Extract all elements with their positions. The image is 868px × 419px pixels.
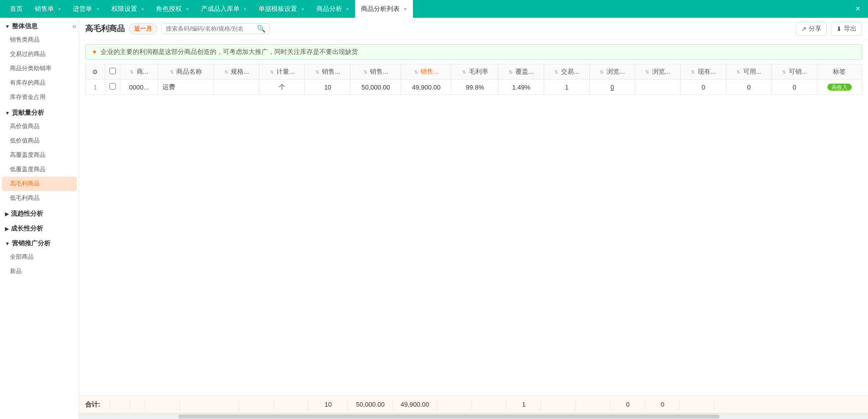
sidebar-group-overall[interactable]: ▼ 整体信息 (0, 18, 79, 33)
sidebar-item-new-goods[interactable]: 新品 (0, 264, 79, 279)
date-filter-button[interactable]: 近一月 (129, 23, 157, 35)
sidebar-collapse-button[interactable]: « (72, 22, 77, 31)
th-settings[interactable]: ⚙ (86, 64, 105, 80)
scrollbar-thumb[interactable] (178, 415, 719, 419)
footer-empty-browse1 (541, 399, 575, 410)
share-button[interactable]: ↗ 分享 (796, 22, 827, 36)
main-layout: « ▼ 整体信息 销售类商品 交易过的商品 商品分类助销率 有库存的商品 库存资… (0, 18, 868, 419)
sort-icon-trade: ⇅ (554, 69, 558, 75)
sidebar-item-high-value[interactable]: 高价值商品 (0, 119, 79, 134)
nav-tab-purchase[interactable]: 进货单 × (67, 0, 105, 18)
footer-current: 0 (610, 399, 645, 410)
settings-icon: ⚙ (92, 68, 98, 76)
top-nav: 首页 销售单 × 进货单 × 权限设置 × 角色授权 × 产成品入库单 × 单据… (0, 0, 868, 18)
th-current[interactable]: ⇅ 现有... (681, 64, 726, 80)
th-sales-qty[interactable]: ⇅ 销售... (305, 64, 351, 80)
sort-icon-saleable: ⇅ (782, 69, 786, 75)
cell-name: 运费 (158, 80, 214, 95)
footer-empty-spec (239, 399, 273, 410)
sidebar-item-sales-goods[interactable]: 销售类商品 (0, 33, 79, 47)
sidebar-item-low-value[interactable]: 低价值商品 (0, 134, 79, 148)
sidebar-group-marketing[interactable]: ▼ 营销推广分析 (0, 235, 79, 250)
th-spec[interactable]: ⇅ 规格... (214, 64, 259, 80)
sidebar-item-high-coverage[interactable]: 高覆盖度商品 (0, 148, 79, 162)
close-permission-tab[interactable]: × (141, 6, 144, 12)
close-purchase-tab[interactable]: × (96, 6, 99, 12)
footer-sales-qty: 10 (308, 399, 348, 410)
th-code[interactable]: ⇅ 商... (120, 64, 158, 80)
sidebar-group-growth[interactable]: ▶ 成长性分析 (0, 220, 79, 235)
cell-current: 0 (681, 80, 726, 95)
sidebar-item-low-margin[interactable]: 低毛利商品 (0, 191, 79, 205)
nav-tab-template[interactable]: 单据模板设置 × (253, 0, 310, 18)
footer-empty2 (130, 399, 145, 410)
sidebar-item-category-rate[interactable]: 商品分类助销率 (0, 61, 79, 76)
footer-label: 合计: (79, 400, 110, 409)
footer-totals: 合计: 10 50,000.00 49,900.00 1 0 0 (79, 395, 868, 413)
close-goods-list-tab[interactable]: × (404, 6, 407, 12)
data-table: ⚙ ⇅ 商... ⇅ 商品名称 (85, 64, 862, 95)
th-tag[interactable]: 标签 (817, 64, 862, 80)
cell-coverage: 1.49% (499, 80, 544, 95)
footer-available: 0 (645, 399, 679, 410)
nav-tab-home[interactable]: 首页 (4, 0, 29, 18)
nav-tab-product-storage[interactable]: 产成品入库单 × (195, 0, 253, 18)
nav-tab-goods-analysis[interactable]: 商品分析 × (310, 0, 355, 18)
sort-icon-browse1: ⇅ (600, 69, 604, 75)
sidebar-item-all-goods[interactable]: 全部商品 (0, 250, 79, 264)
close-all-button[interactable]: × (852, 4, 864, 13)
sidebar-item-high-margin[interactable]: 高毛利商品 (2, 177, 77, 191)
th-sales-amount[interactable]: ⇅ 销售... (351, 64, 401, 80)
close-sales-tab[interactable]: × (58, 6, 61, 12)
th-gross-rate[interactable]: ⇅ 毛利率 (452, 64, 499, 80)
cell-sales-amount: 50,000.00 (351, 80, 401, 95)
th-browse2[interactable]: ⇅ 浏览... (635, 64, 681, 80)
th-unit[interactable]: ⇅ 计量... (259, 64, 305, 80)
th-available[interactable]: ⇅ 可用... (726, 64, 772, 80)
sidebar-item-stock-capital[interactable]: 库存资金占用 (0, 90, 79, 104)
th-coverage[interactable]: ⇅ 覆盖... (499, 64, 544, 80)
cell-browse1[interactable]: 0 (590, 80, 635, 95)
cell-sales-profit: 49,900.00 (401, 80, 452, 95)
sidebar-group-trend[interactable]: ▶ 流趋性分析 (0, 205, 79, 220)
nav-tab-permission[interactable]: 权限设置 × (105, 0, 150, 18)
th-name[interactable]: ⇅ 商品名称 (158, 64, 214, 80)
search-input[interactable] (166, 25, 255, 32)
footer-empty-code (145, 399, 179, 410)
sidebar-group-contribution[interactable]: ▼ 贡献量分析 (0, 104, 79, 119)
nav-tab-goods-analysis-list[interactable]: 商品分析列表 × (355, 0, 412, 18)
nav-tab-sales[interactable]: 销售单 × (29, 0, 67, 18)
export-button[interactable]: ⬇ 导出 (831, 22, 862, 36)
footer-trade: 1 (506, 399, 541, 410)
sidebar-item-low-coverage[interactable]: 低覆盖度商品 (0, 162, 79, 177)
close-role-tab[interactable]: × (186, 6, 189, 12)
sort-icon-spec: ⇅ (224, 69, 228, 75)
table-row: 1 0000... 运费 个 10 50,000.00 49,900.00 99… (86, 80, 862, 95)
close-goods-analysis-tab[interactable]: × (346, 6, 349, 12)
row-checkbox[interactable] (109, 83, 116, 90)
cell-checkbox[interactable] (105, 80, 120, 95)
sidebar-item-stocked-goods[interactable]: 有库存的商品 (0, 76, 79, 90)
sidebar-item-traded-goods[interactable]: 交易过的商品 (0, 47, 79, 61)
browse1-link[interactable]: 0 (611, 84, 614, 91)
th-browse1[interactable]: ⇅ 浏览... (590, 64, 635, 80)
table-header-row: ⚙ ⇅ 商... ⇅ 商品名称 (86, 64, 862, 80)
cell-available: 0 (726, 80, 772, 95)
sort-icon-code: ⇅ (130, 69, 134, 75)
footer-cells: 10 50,000.00 49,900.00 1 0 0 (110, 399, 868, 410)
group-arrow-marketing: ▼ (5, 241, 10, 246)
horizontal-scrollbar[interactable] (79, 413, 868, 419)
th-checkbox[interactable] (105, 64, 120, 80)
search-icon[interactable]: 🔍 (257, 25, 265, 33)
content-header: 高毛利商品 近一月 🔍 ↗ 分享 ⬇ 导出 (79, 18, 868, 40)
search-box: 🔍 (161, 23, 270, 34)
th-trade[interactable]: ⇅ 交易... (544, 64, 590, 80)
th-sales-profit[interactable]: ⇅ 销售... (401, 64, 452, 80)
select-all-checkbox[interactable] (109, 68, 116, 74)
share-icon: ↗ (801, 25, 807, 33)
nav-tab-role[interactable]: 角色授权 × (150, 0, 195, 18)
th-saleable[interactable]: ⇅ 可销... (771, 64, 817, 80)
close-product-storage-tab[interactable]: × (244, 6, 247, 12)
cell-browse2 (635, 80, 681, 95)
close-template-tab[interactable]: × (301, 6, 304, 12)
